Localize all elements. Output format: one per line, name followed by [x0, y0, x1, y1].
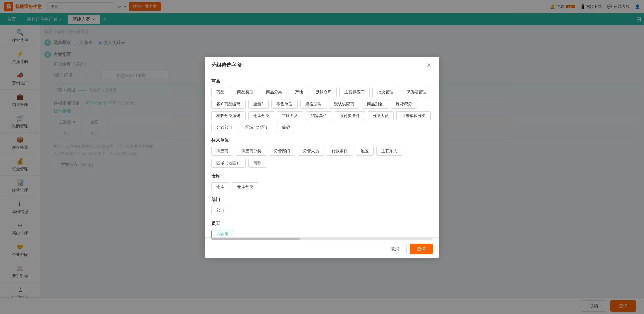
field-tag[interactable]: 商品分类	[261, 88, 287, 97]
field-tag[interactable]: 简称	[248, 159, 266, 168]
field-tag[interactable]: 收付款条件	[335, 111, 365, 120]
field-tag[interactable]: 往来单位分类	[396, 111, 431, 120]
modal-close-button[interactable]: ✕	[425, 61, 433, 69]
field-tag[interactable]: 产地	[290, 88, 308, 97]
section-warehouse-tags: 仓库 仓库分类	[211, 182, 433, 191]
field-tag[interactable]: 区域（地区）	[211, 159, 246, 168]
field-tag[interactable]: 主要供应商	[339, 88, 370, 97]
field-tag[interactable]: 部门	[211, 206, 229, 215]
section-department: 部门 部门	[211, 197, 433, 215]
field-tag[interactable]: 区域（地区）	[240, 123, 274, 132]
field-tag[interactable]: 地区	[356, 147, 374, 156]
modal-title: 分组待选字段	[211, 62, 241, 68]
field-tag[interactable]: 商品	[211, 88, 229, 97]
field-tag[interactable]: 客户商品编码	[211, 100, 246, 109]
section-product-tags: 商品 商品类型 商品分类 产地 默认仓库 主要供应商 批次管理 保质期管理 客户…	[211, 88, 433, 132]
modal-overlay: 分组待选字段 ✕ 商品 商品 商品类型 商品分类 产地 默认仓库 主要供应商 批…	[0, 0, 644, 314]
field-tag[interactable]: 保质期管理	[401, 88, 431, 97]
field-tag[interactable]: 默认仓库	[311, 88, 337, 97]
field-tag[interactable]: 付款条件	[327, 147, 353, 156]
field-tag[interactable]: 分管部门	[211, 123, 237, 132]
section-counterpart-title: 往来单位	[211, 137, 433, 143]
section-warehouse: 仓库 仓库 仓库分类	[211, 173, 433, 191]
section-department-tags: 部门	[211, 206, 433, 215]
section-counterpart: 往来单位 供应商 供应商分类 分管部门 分管人员 付款条件 地区 主联系人 区域…	[211, 137, 433, 168]
field-tag[interactable]: 仓库	[211, 182, 229, 191]
field-tag[interactable]: 炼货积分	[391, 100, 417, 109]
section-product-title: 商品	[211, 78, 433, 84]
modal-hscroll-thumb[interactable]	[211, 238, 300, 240]
modal-confirm-button[interactable]: 查询	[410, 244, 433, 254]
modal-cancel-button[interactable]: 取消	[384, 244, 407, 254]
field-tag[interactable]: 分管部门	[269, 147, 295, 156]
field-tag[interactable]: 结算单位	[306, 111, 332, 120]
field-tag[interactable]: 商品类型	[232, 88, 258, 97]
field-tag[interactable]: 仓库分类	[232, 182, 258, 191]
modal-body: 商品 商品 商品类型 商品分类 产地 默认仓库 主要供应商 批次管理 保质期管理…	[205, 73, 439, 237]
section-warehouse-title: 仓库	[211, 173, 433, 179]
modal-dialog: 分组待选字段 ✕ 商品 商品 商品类型 商品分类 产地 默认仓库 主要供应商 批…	[205, 57, 439, 258]
field-tag[interactable]: 分管人员	[368, 111, 394, 120]
modal-hscroll-track[interactable]	[211, 238, 433, 240]
field-tag[interactable]: 仓库分类	[248, 111, 274, 120]
modal-header: 分组待选字段 ✕	[205, 57, 439, 73]
field-tag[interactable]: 分管人员	[298, 147, 324, 156]
field-tag[interactable]: 供应商分类	[236, 147, 266, 156]
modal-footer: 取消 查询	[205, 240, 439, 258]
field-tag[interactable]: 简称	[277, 123, 295, 132]
field-tag[interactable]: 供应商	[211, 147, 233, 156]
section-employee-tags: 业务员	[211, 230, 433, 237]
field-tag[interactable]: 批次管理	[372, 88, 398, 97]
section-product: 商品 商品 商品类型 商品分类 产地 默认仓库 主要供应商 批次管理 保质期管理…	[211, 78, 433, 132]
field-tag[interactable]: 税收分类编码	[211, 111, 246, 120]
field-tag[interactable]: 商品别名	[362, 100, 388, 109]
field-tag[interactable]: 主联系人	[277, 111, 303, 120]
field-tag[interactable]: 默认供应商	[329, 100, 359, 109]
modal-horizontal-scrollbar[interactable]	[205, 237, 439, 240]
field-tag[interactable]: 规格型号	[300, 100, 326, 109]
field-tag[interactable]: 零售单位	[271, 100, 298, 109]
section-employee: 员工 业务员	[211, 221, 433, 237]
section-employee-title: 员工	[211, 221, 433, 227]
field-tag[interactable]: 主联系人	[376, 147, 402, 156]
field-tag[interactable]: 业务员	[211, 230, 233, 237]
section-counterpart-tags: 供应商 供应商分类 分管部门 分管人员 付款条件 地区 主联系人 区域（地区） …	[211, 147, 433, 168]
field-tag[interactable]: 重量3	[248, 100, 269, 109]
section-department-title: 部门	[211, 197, 433, 203]
